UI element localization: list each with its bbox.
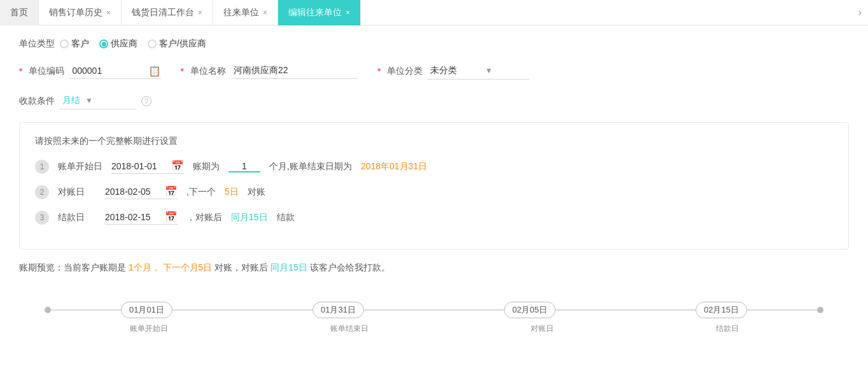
timeline-date-4: 02月15日 (696, 302, 747, 318)
timeline-date-1: 01月01日 (121, 302, 172, 318)
period-date-input-2[interactable] (105, 186, 162, 197)
radio-supplier-dot (102, 42, 106, 46)
period-suffix-2b: 对账 (248, 186, 265, 198)
unit-code-icon[interactable]: 📋 (148, 65, 161, 77)
unit-category-field: * 单位分类 未分类 ▼ (377, 62, 529, 80)
period-suffix-1b: 个月,账单结束日期为 (269, 161, 352, 172)
unit-code-label: 单位编码 (29, 66, 64, 77)
preview-5: 该客户会给我打款。 (310, 262, 390, 272)
unit-code-field: * 单位编码 📋 (19, 63, 161, 79)
unit-code-input-wrapper: 📋 (69, 63, 161, 79)
period-calendar-icon-1[interactable]: 📅 (171, 160, 184, 172)
period-date-3: 📅 (105, 211, 178, 225)
period-suffix-2a: ,下一个 (186, 186, 216, 198)
tab-partner[interactable]: 往来单位 × (213, 0, 278, 25)
radio-customer-label: 客户 (71, 38, 89, 50)
timeline-label-1: 账单开始日 (130, 323, 168, 334)
period-num-3: 3 (35, 211, 49, 225)
tab-edit-partner-close[interactable]: × (346, 8, 350, 17)
preview-4: 同月15日 (270, 262, 307, 272)
period-row-2: 2 对账日 📅 ,下一个 5日 对账 (35, 185, 833, 199)
radio-both-label: 客户/供应商 (159, 38, 206, 50)
period-date-input-3[interactable] (105, 212, 162, 222)
preview-3: 对账，对账后 (214, 262, 268, 272)
unit-category-select[interactable]: 未分类 ▼ (428, 62, 529, 80)
timeline-left-dot (45, 307, 51, 313)
period-highlight-2: 5日 (225, 186, 239, 198)
timeline-point-1: 01月01日 (121, 302, 172, 318)
payment-terms-dropdown-icon: ▼ (85, 96, 93, 105)
period-row-3: 3 结款日 📅 ，对账后 同月15日 结款 (35, 211, 833, 225)
unit-category-dropdown-icon: ▼ (485, 66, 493, 75)
tab-partner-close[interactable]: × (263, 8, 267, 17)
tab-edit-partner[interactable]: 编辑往来单位 × (278, 0, 361, 25)
radio-customer-circle (60, 39, 69, 48)
preview-1: 1个月， (129, 262, 160, 272)
period-suffix-3a: ，对账后 (186, 212, 222, 223)
period-num-2: 2 (35, 185, 49, 199)
tab-cash-work-label: 钱货日清工作台 (132, 7, 194, 18)
preview-label: 账期预览：当前客户账期是 (19, 262, 126, 272)
radio-customer[interactable]: 客户 (60, 38, 89, 50)
tab-home[interactable]: 首页 (0, 0, 39, 25)
radio-both[interactable]: 客户/供应商 (148, 38, 206, 50)
tab-home-label: 首页 (10, 7, 28, 18)
payment-terms-row: 收款条件 月结 ▼ ? (19, 92, 849, 109)
unit-type-field: 单位类型 客户 供应商 客户/供应商 (19, 38, 206, 50)
timeline-point-4: 02月15日 (696, 302, 747, 318)
timeline-right-dot (817, 307, 823, 313)
tab-cash-work-close[interactable]: × (198, 8, 202, 17)
unit-category-value: 未分类 (430, 65, 457, 76)
card-title: 请按照未来的一个完整帐期进行设置 (35, 136, 833, 147)
tab-sales-history-close[interactable]: × (106, 8, 111, 17)
unit-name-field: * 单位名称 (180, 63, 358, 79)
timeline-point-3: 02月05日 (504, 302, 556, 318)
unit-code-input[interactable] (69, 63, 146, 78)
payment-terms-label: 收款条件 (19, 95, 55, 107)
period-calendar-icon-3[interactable]: 📅 (165, 211, 178, 223)
period-label-1: 账单开始日 (58, 161, 102, 172)
period-date-input-1[interactable] (111, 161, 169, 171)
timeline-label-2: 账单结束日 (330, 323, 368, 334)
tab-partner-label: 往来单位 (223, 7, 259, 18)
radio-supplier[interactable]: 供应商 (99, 38, 137, 50)
tabs-scroll-right[interactable]: › (852, 7, 868, 18)
period-row-1: 1 账单开始日 📅 账期为 个月,账单结束日期为 2018年01月31日 (35, 160, 833, 174)
unit-name-label: 单位名称 (190, 66, 226, 77)
tabs-bar: 首页 销售订单历史 × 钱货日清工作台 × 往来单位 × 编辑往来单位 × › (0, 0, 868, 25)
unit-category-star: * (377, 66, 381, 76)
unit-code-star: * (19, 66, 22, 76)
radio-both-circle (148, 39, 157, 48)
tab-edit-partner-label: 编辑往来单位 (288, 7, 342, 18)
page-content: 单位类型 客户 供应商 客户/供应商 (0, 25, 868, 387)
period-calendar-icon-2[interactable]: 📅 (165, 185, 178, 197)
payment-terms-value: 月结 (62, 95, 80, 106)
radio-supplier-label: 供应商 (111, 38, 137, 50)
tab-sales-history[interactable]: 销售订单历史 × (39, 0, 122, 25)
period-month-input[interactable] (228, 161, 260, 172)
payment-terms-field: 收款条件 月结 ▼ ? (19, 92, 151, 109)
unit-name-input[interactable] (231, 63, 358, 79)
unit-details-row: * 单位编码 📋 * 单位名称 * 单位分类 未分类 ▼ (19, 62, 849, 80)
period-settings-card: 请按照未来的一个完整帐期进行设置 1 账单开始日 📅 账期为 个月,账单结束日期… (19, 122, 849, 250)
unit-name-star: * (180, 66, 183, 76)
period-num-1: 1 (35, 160, 49, 174)
tab-cash-work[interactable]: 钱货日清工作台 × (122, 0, 213, 25)
timeline-date-2: 01月31日 (312, 302, 364, 318)
period-label-2: 对账日 (58, 186, 96, 198)
unit-type-label: 单位类型 (19, 38, 55, 50)
period-suffix-1: 账期为 (193, 161, 220, 172)
unit-type-row: 单位类型 客户 供应商 客户/供应商 (19, 38, 849, 50)
timeline-date-3: 02月05日 (504, 302, 556, 318)
timeline-label-4: 结款日 (716, 323, 739, 334)
preview-2: 下一个月5日 (163, 262, 213, 272)
timeline-point-2: 01月31日 (312, 302, 364, 318)
preview-section: 账期预览：当前客户账期是 1个月， 下一个月5日 对账，对账后 同月15日 该客… (19, 262, 849, 274)
period-date-1: 📅 (111, 160, 184, 174)
period-label-3: 结款日 (58, 212, 96, 223)
timeline: 01月01日 01月31日 02月05日 02月15日 账单开始日 账单结束日 (19, 289, 849, 353)
payment-terms-select[interactable]: 月结 ▼ (60, 92, 136, 109)
payment-terms-help-icon[interactable]: ? (141, 96, 151, 106)
period-date-2: 📅 (105, 185, 178, 199)
period-suffix-3b: 结款 (277, 212, 295, 223)
